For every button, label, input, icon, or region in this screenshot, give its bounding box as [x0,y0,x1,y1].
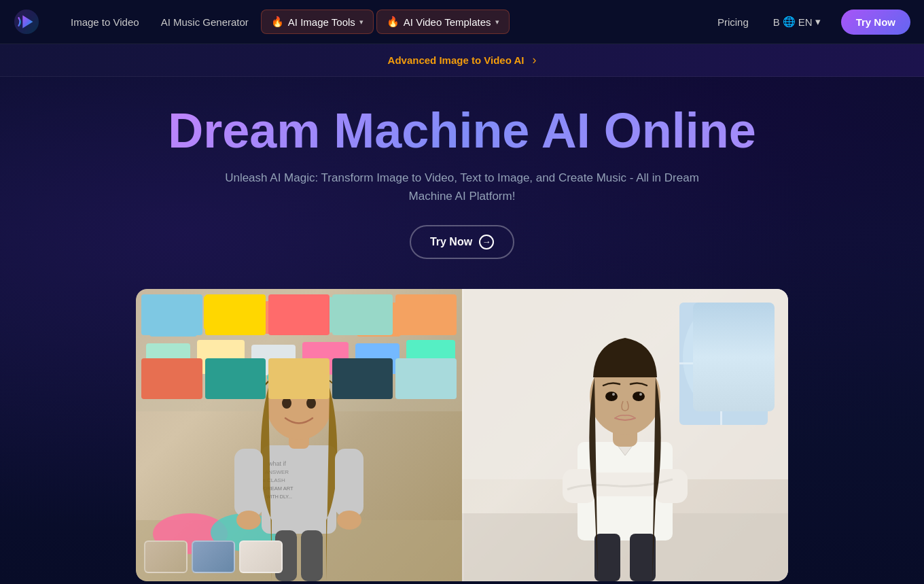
svg-text:what if: what if [268,460,287,467]
poster-2 [205,294,266,335]
poster-grid [136,289,462,425]
gallery-thumbnail-1[interactable] [144,540,188,573]
poster-3 [268,294,330,335]
hero-section: Dream Machine AI Online Unleash AI Magic… [0,0,924,584]
poster-7 [205,358,266,399]
svg-rect-37 [301,530,323,581]
nav-ai-image-label: AI Image Tools [288,16,355,28]
svg-point-55 [612,393,615,396]
hero-cta-button[interactable]: Try Now → [410,225,514,259]
poster-10 [395,358,457,399]
svg-rect-49 [594,534,620,581]
lang-icon: 🌐 [783,16,796,28]
gallery-image-right [462,289,788,581]
image-gallery: what if ANSWER is CLASH DREAM ART WITH D… [136,289,788,581]
poster-8 [268,358,330,399]
nav-image-to-video[interactable]: Image to Video [61,11,149,33]
nav-ai-video-templates[interactable]: 🔥 AI Video Templates ▾ [376,10,510,34]
pricing-label: Pricing [717,16,749,28]
svg-point-56 [639,393,642,396]
svg-rect-32 [234,449,263,517]
nav-blog-lang[interactable]: B 🌐 EN ▾ [764,10,830,33]
poster-6 [141,358,202,399]
poster-4 [332,294,393,335]
svg-rect-33 [335,449,363,517]
svg-point-35 [337,511,361,530]
svg-point-54 [633,392,645,401]
svg-point-34 [236,511,261,530]
gallery-main: what if ANSWER is CLASH DREAM ART WITH D… [136,289,788,581]
hero-title: Dream Machine AI Online [168,104,756,158]
poster-9 [332,358,393,399]
nav-ai-image-tools[interactable]: 🔥 AI Image Tools ▾ [261,10,374,34]
gallery-thumbnail-3[interactable] [239,540,283,573]
cta-arrow-icon: → [479,235,494,250]
gallery-thumbnails [144,540,283,573]
try-now-button[interactable]: Try Now [841,10,910,35]
nav-ai-music-label: AI Music Generator [161,16,249,28]
nav-right: Pricing B 🌐 EN ▾ Try Now [708,10,910,35]
announcement-text: Advanced Image to Video AI [388,54,525,66]
lang-label: EN [798,16,813,28]
nav-pricing[interactable]: Pricing [708,11,758,33]
announcement-arrow-icon: › [532,53,536,67]
hero-cta-label: Try Now [430,236,472,248]
gallery-image-left: what if ANSWER is CLASH DREAM ART WITH D… [136,289,462,581]
nav-links: Image to Video AI Music Generator 🔥 AI I… [61,10,708,34]
try-now-label: Try Now [856,16,895,28]
logo[interactable] [14,9,39,35]
gallery-thumbnail-2[interactable] [192,540,235,573]
svg-rect-50 [630,534,656,581]
blog-label: B [773,16,780,28]
nav-ai-video-label: AI Video Templates [404,16,491,28]
poster-1 [141,294,202,335]
hero-subtitle: Unleash AI Magic: Transform Image to Vid… [217,169,707,205]
chevron-down-icon: ▾ [359,18,363,27]
window-background [693,303,775,411]
hero-title-section: Dream Machine AI Online Unleash AI Magic… [154,77,770,273]
nav-ai-image-emoji: 🔥 [271,16,284,28]
nav-image-to-video-label: Image to Video [71,16,139,28]
poster-5 [395,294,457,335]
announcement-bar[interactable]: Advanced Image to Video AI › [0,44,924,77]
navbar: Image to Video AI Music Generator 🔥 AI I… [0,0,924,44]
lang-chevron-icon: ▾ [815,16,821,28]
svg-point-53 [605,392,618,401]
chevron-down-icon-2: ▾ [495,18,499,27]
gallery-divider [462,289,464,581]
nav-ai-music-generator[interactable]: AI Music Generator [152,11,258,33]
nav-ai-video-emoji: 🔥 [387,16,399,28]
